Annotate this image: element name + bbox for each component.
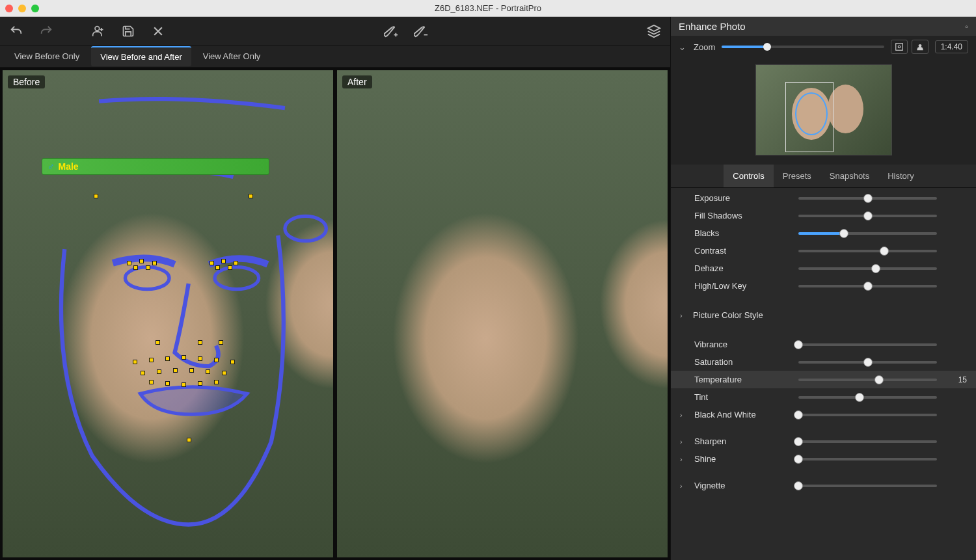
- layers-button[interactable]: [644, 21, 664, 41]
- panel-tabs: Controls Presets Snapshots History: [671, 165, 976, 188]
- feature-marker[interactable]: [127, 261, 131, 265]
- feature-marker[interactable]: [219, 340, 223, 345]
- svg-point-13: [898, 46, 901, 48]
- section-picture-color-style[interactable]: ›Picture Color Style: [671, 304, 976, 327]
- feature-marker[interactable]: [198, 356, 202, 361]
- before-pane[interactable]: ♂ Male Before: [3, 70, 333, 557]
- zoom-face-button[interactable]: [912, 40, 929, 54]
- main-toolbar: [0, 17, 670, 46]
- feature-marker[interactable]: [149, 380, 154, 384]
- feature-marker[interactable]: [214, 380, 219, 384]
- feature-marker[interactable]: [157, 369, 161, 374]
- feature-marker[interactable]: [210, 261, 214, 265]
- feature-marker[interactable]: [146, 265, 150, 270]
- feature-marker[interactable]: [133, 360, 137, 364]
- control-temperature: Temperature15: [671, 371, 976, 388]
- navigator: [671, 58, 976, 165]
- feature-marker[interactable]: [214, 358, 219, 362]
- control-label: Fill Shadows: [694, 211, 792, 220]
- person-button[interactable]: [88, 21, 108, 41]
- feature-marker[interactable]: [152, 261, 157, 265]
- window-controls: [5, 5, 39, 12]
- feature-marker[interactable]: [94, 194, 98, 198]
- zoom-label: Zoom: [694, 42, 715, 52]
- slider[interactable]: [798, 215, 937, 217]
- feature-marker[interactable]: [228, 265, 232, 270]
- redo-button[interactable]: [36, 21, 56, 41]
- after-pane[interactable]: After: [337, 70, 668, 557]
- chevron-right-icon[interactable]: ›: [680, 455, 688, 463]
- tab-history[interactable]: History: [878, 165, 923, 187]
- feature-marker[interactable]: [189, 368, 194, 373]
- maximize-window[interactable]: [31, 5, 39, 12]
- feature-marker[interactable]: [234, 261, 238, 265]
- minimize-window[interactable]: [18, 5, 26, 12]
- save-button[interactable]: [118, 21, 138, 41]
- after-image-placeholder: [337, 70, 668, 557]
- feature-marker[interactable]: [156, 340, 160, 345]
- slider[interactable]: [798, 267, 937, 270]
- undo-button[interactable]: [7, 21, 26, 41]
- svg-point-0: [95, 26, 100, 31]
- close-button[interactable]: [148, 21, 168, 41]
- feature-marker[interactable]: [182, 355, 186, 360]
- slider[interactable]: [798, 361, 937, 364]
- feature-marker[interactable]: [141, 371, 145, 375]
- slider[interactable]: [798, 458, 937, 460]
- tab-after-only[interactable]: View After Only: [194, 47, 270, 66]
- feature-marker[interactable]: [165, 381, 170, 386]
- feature-marker[interactable]: [187, 438, 191, 442]
- tab-presets[interactable]: Presets: [774, 165, 820, 187]
- tab-before-after[interactable]: View Before and After: [91, 46, 191, 66]
- slider[interactable]: [798, 485, 937, 487]
- control-value: 15: [947, 375, 967, 384]
- slider[interactable]: [798, 440, 937, 443]
- zoom-slider[interactable]: [722, 46, 884, 48]
- chevron-right-icon[interactable]: ›: [680, 411, 688, 419]
- control-label: Sharpen: [694, 436, 792, 446]
- slider[interactable]: [798, 343, 937, 346]
- feature-marker[interactable]: [230, 360, 235, 364]
- slider[interactable]: [798, 250, 937, 252]
- brush-remove-button[interactable]: [411, 21, 431, 41]
- navigator-thumbnail[interactable]: [755, 64, 892, 155]
- slider[interactable]: [798, 396, 937, 399]
- chevron-right-icon[interactable]: ›: [680, 438, 688, 446]
- feature-marker[interactable]: [249, 194, 253, 198]
- gender-tag[interactable]: ♂ Male: [42, 158, 269, 175]
- feature-marker[interactable]: [149, 358, 154, 362]
- feature-marker[interactable]: [173, 368, 178, 373]
- slider[interactable]: [798, 232, 937, 235]
- tab-controls[interactable]: Controls: [724, 165, 773, 187]
- slider[interactable]: [798, 414, 937, 416]
- close-window[interactable]: [5, 5, 13, 12]
- feature-marker[interactable]: [198, 381, 202, 386]
- chevron-right-icon[interactable]: ›: [680, 482, 688, 490]
- svg-rect-12: [895, 44, 902, 51]
- navigator-viewport-rect[interactable]: [785, 82, 834, 152]
- window-title: Z6D_6183.NEF - PortraitPro: [0, 3, 976, 13]
- chevron-down-icon[interactable]: ⌄: [679, 42, 686, 52]
- canvas: ♂ Male Before After: [0, 68, 670, 560]
- control-label: Vignette: [694, 481, 792, 490]
- tab-before-only[interactable]: View Before Only: [5, 47, 88, 66]
- feature-marker[interactable]: [215, 265, 220, 270]
- feature-marker[interactable]: [133, 265, 138, 270]
- feature-marker[interactable]: [222, 371, 226, 375]
- brush-add-button[interactable]: [381, 21, 401, 41]
- zoom-value[interactable]: 1:4.40: [935, 40, 968, 53]
- zoom-fit-button[interactable]: [891, 40, 908, 54]
- feature-marker[interactable]: [165, 356, 170, 361]
- feature-marker[interactable]: [206, 369, 210, 374]
- slider[interactable]: [798, 379, 937, 381]
- tab-snapshots[interactable]: Snapshots: [820, 165, 878, 187]
- panel-menu-icon[interactable]: ◦: [965, 21, 968, 32]
- slider[interactable]: [798, 285, 937, 287]
- feature-marker[interactable]: [198, 340, 202, 345]
- feature-marker[interactable]: [139, 259, 144, 263]
- feature-marker[interactable]: [182, 382, 186, 387]
- titlebar: Z6D_6183.NEF - PortraitPro: [0, 0, 976, 17]
- feature-marker[interactable]: [221, 259, 226, 263]
- slider[interactable]: [798, 197, 937, 200]
- control-sharpen: ›Sharpen: [671, 433, 976, 450]
